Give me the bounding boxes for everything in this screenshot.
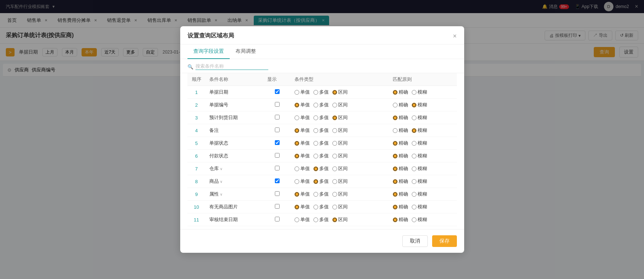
modal-overlay: 设置查询区域布局 × 查询字段设置 布局调整 🔍 顺序 条件名称 显示 条件类型 (0, 0, 644, 79)
search-icon: 🔍 (187, 64, 193, 70)
table-header-row: 顺序 条件名称 显示 条件类型 匹配原则 (187, 73, 457, 79)
fields-table: 顺序 条件名称 显示 条件类型 匹配原则 1 单据日期 (187, 73, 457, 79)
dialog-tabs: 查询字段设置 布局调整 (180, 44, 464, 59)
col-match: 匹配原则 (389, 73, 457, 79)
col-type: 条件类型 (291, 73, 389, 79)
search-input[interactable] (195, 63, 268, 70)
settings-dialog: 设置查询区域布局 × 查询字段设置 布局调整 🔍 顺序 条件名称 显示 条件类型 (180, 26, 464, 79)
col-name: 条件名称 (206, 73, 264, 79)
dialog-title: 设置查询区域布局 (187, 32, 234, 40)
dialog-table-area: 顺序 条件名称 显示 条件类型 匹配原则 1 单据日期 (180, 73, 464, 79)
tab-layout-adjust[interactable]: 布局调整 (230, 44, 262, 59)
col-order: 顺序 (187, 73, 206, 79)
col-display: 显示 (264, 73, 291, 79)
dialog-header: 设置查询区域布局 × (180, 26, 464, 44)
dialog-search-area: 🔍 (180, 59, 464, 73)
dialog-close-btn[interactable]: × (453, 33, 457, 39)
tab-query-field-settings[interactable]: 查询字段设置 (187, 44, 230, 59)
